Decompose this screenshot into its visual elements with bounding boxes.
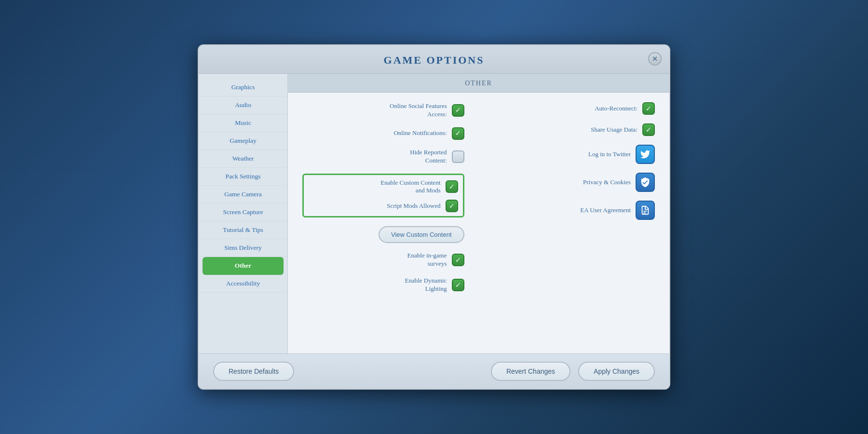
custom-content-highlight-box: Enable Custom Contentand Mods ✓ Script M… — [302, 174, 464, 218]
auto-reconnect-label: Auto-Reconnect: — [493, 105, 638, 112]
sidebar: Graphics Audio Music Gameplay Weather Pa… — [199, 74, 288, 353]
content-area: Other Online Social FeaturesAccess: ✓ On… — [288, 74, 669, 353]
online-social-label: Online Social FeaturesAccess: — [390, 102, 447, 119]
sidebar-item-screen-capture[interactable]: Screen Capture — [199, 203, 287, 221]
sidebar-item-accessibility[interactable]: Accessibility — [199, 275, 287, 293]
privacy-row: Privacy & Cookies — [493, 173, 655, 192]
online-notifications-label: Online Notifications: — [393, 129, 447, 137]
game-options-modal: Game Options ✕ Graphics Audio Music Game… — [198, 44, 670, 390]
enable-surveys-label: Enable in-gamesurveys — [407, 252, 447, 268]
hide-reported-row: Hide ReportedContent: — [302, 149, 464, 165]
privacy-label: Privacy & Cookies — [493, 178, 631, 186]
online-social-checkbox[interactable]: ✓ — [452, 104, 464, 117]
enable-surveys-row: Enable in-gamesurveys ✓ — [302, 252, 464, 268]
close-button[interactable]: ✕ — [648, 52, 662, 66]
online-social-row: Online Social FeaturesAccess: ✓ — [302, 102, 464, 119]
ea-agreement-label: EA User Agreement — [493, 206, 631, 214]
sidebar-item-sims-delivery[interactable]: Sims Delivery — [199, 239, 287, 257]
content-header: Other — [288, 74, 669, 93]
enable-dynamic-label: Enable DynamicLighting — [405, 277, 447, 293]
sidebar-item-music[interactable]: Music — [199, 114, 287, 132]
enable-custom-content-checkbox[interactable]: ✓ — [446, 180, 458, 193]
hide-reported-label: Hide ReportedContent: — [410, 149, 447, 165]
script-mods-checkbox[interactable]: ✓ — [446, 200, 458, 212]
modal-footer: Restore Defaults Revert Changes Apply Ch… — [199, 353, 669, 389]
twitter-button[interactable] — [636, 145, 655, 164]
ea-agreement-button[interactable] — [636, 201, 655, 220]
modal-body: Graphics Audio Music Gameplay Weather Pa… — [199, 74, 669, 353]
enable-surveys-checkbox[interactable]: ✓ — [452, 254, 464, 266]
sidebar-item-gameplay[interactable]: Gameplay — [199, 132, 287, 150]
sidebar-item-tutorial-tips[interactable]: Tutorial & Tips — [199, 221, 287, 239]
right-column: Auto-Reconnect: ✓ Share Usage Data: ✓ Lo… — [484, 102, 655, 344]
sidebar-item-game-camera[interactable]: Game Camera — [199, 186, 287, 203]
share-usage-checkbox[interactable]: ✓ — [642, 123, 655, 136]
sidebar-item-other[interactable]: Other — [203, 257, 284, 275]
apply-changes-button[interactable]: Apply Changes — [578, 362, 655, 381]
sidebar-item-weather[interactable]: Weather — [199, 150, 287, 168]
auto-reconnect-checkbox[interactable]: ✓ — [642, 102, 655, 115]
enable-dynamic-checkbox[interactable]: ✓ — [452, 279, 464, 291]
hide-reported-checkbox[interactable] — [452, 150, 464, 163]
ea-agreement-row: EA User Agreement — [493, 201, 655, 220]
restore-defaults-button[interactable]: Restore Defaults — [213, 362, 294, 381]
share-usage-row: Share Usage Data: ✓ — [493, 123, 655, 136]
enable-custom-content-label: Enable Custom Contentand Mods — [380, 179, 440, 195]
revert-changes-button[interactable]: Revert Changes — [491, 362, 570, 381]
script-mods-label: Script Mods Allowed — [387, 202, 440, 210]
sidebar-item-pack-settings[interactable]: Pack Settings — [199, 168, 287, 186]
twitter-row: Log in to Twitter — [493, 145, 655, 164]
modal-title: Game Options — [384, 54, 485, 66]
left-column: Online Social FeaturesAccess: ✓ Online N… — [302, 102, 464, 344]
view-custom-content-button[interactable]: View Custom Content — [379, 226, 464, 243]
modal-header: Game Options ✕ — [199, 45, 669, 74]
content-section-title: Other — [465, 80, 492, 87]
online-notifications-checkbox[interactable]: ✓ — [452, 127, 464, 140]
script-mods-row: Script Mods Allowed ✓ — [309, 200, 458, 212]
sidebar-item-audio[interactable]: Audio — [199, 96, 287, 114]
share-usage-label: Share Usage Data: — [493, 126, 638, 134]
auto-reconnect-row: Auto-Reconnect: ✓ — [493, 102, 655, 115]
view-custom-content-row: View Custom Content — [302, 226, 464, 243]
privacy-button[interactable] — [636, 173, 655, 192]
twitter-label: Log in to Twitter — [493, 150, 631, 158]
enable-dynamic-row: Enable DynamicLighting ✓ — [302, 277, 464, 293]
online-notifications-row: Online Notifications: ✓ — [302, 127, 464, 140]
sidebar-item-graphics[interactable]: Graphics — [199, 79, 287, 96]
content-body: Online Social FeaturesAccess: ✓ Online N… — [288, 93, 669, 353]
enable-custom-content-row: Enable Custom Contentand Mods ✓ — [309, 179, 458, 195]
